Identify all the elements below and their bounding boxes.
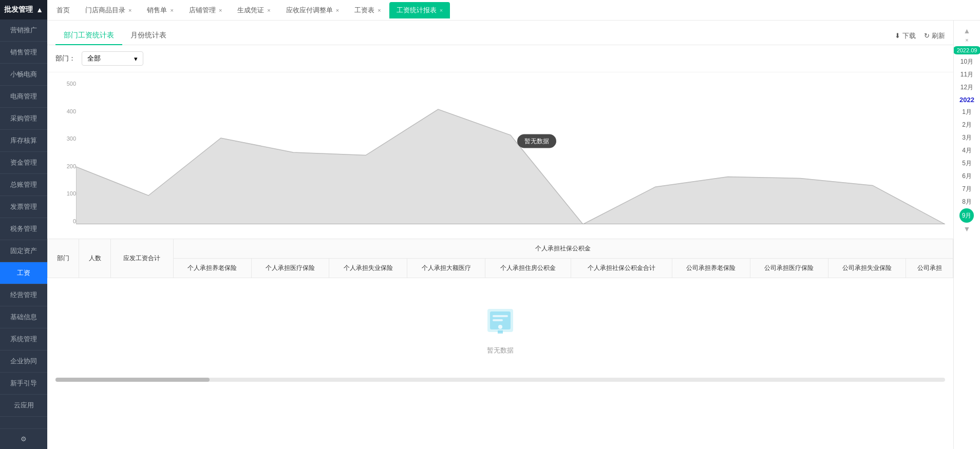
- scroll-thumb[interactable]: [55, 378, 210, 382]
- table-group-header: 个人承担社保公积金: [173, 239, 953, 259]
- sidebar-item-经营管理[interactable]: 经营管理: [0, 284, 47, 306]
- tab-label: 生成凭证: [237, 6, 264, 15]
- tab-close-icon[interactable]: ×: [440, 7, 443, 13]
- timeline-item-6月[interactable]: 6月: [959, 170, 974, 183]
- tab-label: 首页: [56, 6, 70, 15]
- timeline-item-8月[interactable]: 8月: [959, 196, 974, 208]
- y-axis-label: 100: [67, 190, 76, 197]
- table-sub-header: 公司承担养老保险: [672, 259, 750, 278]
- tab-close-icon[interactable]: ×: [267, 7, 270, 13]
- sidebar-item-库存核算[interactable]: 库存核算: [0, 130, 47, 152]
- y-axis-label: 300: [67, 135, 76, 142]
- table-scroll[interactable]: 部门人数应发工资合计个人承担社保公积金个人承担养老保险个人承担医疗保险个人承担失…: [47, 239, 953, 278]
- timeline-item-2022[interactable]: 2022: [959, 94, 974, 106]
- download-button[interactable]: ⬇ 下载: [895, 31, 916, 41]
- sub-tabs: 部门工资统计表月份统计表 ⬇ 下载 ↻ 刷新: [47, 21, 953, 45]
- sidebar-item-小畅电商[interactable]: 小畅电商: [0, 64, 47, 86]
- settings-icon: ⚙: [21, 435, 27, 443]
- timeline-item-5月[interactable]: 5月: [959, 157, 974, 170]
- sidebar-header[interactable]: 批发管理 ▲: [0, 0, 47, 19]
- tab-工资统计报表[interactable]: 工资统计报表×: [389, 2, 450, 18]
- sidebar-item-工资[interactable]: 工资: [0, 262, 47, 284]
- table-wrapper[interactable]: 部门人数应发工资合计个人承担社保公积金个人承担养老保险个人承担医疗保险个人承担失…: [47, 239, 953, 449]
- sub-tab-部门工资统计表[interactable]: 部门工资统计表: [55, 27, 122, 45]
- toolbar-right: ⬇ 下载 ↻ 刷新: [895, 31, 945, 41]
- sidebar-item-采购管理[interactable]: 采购管理: [0, 108, 47, 130]
- table-sub-header: 个人承担失业保险: [329, 259, 407, 278]
- sidebar-item-营销推广[interactable]: 营销推广: [0, 19, 47, 42]
- download-icon: ⬇: [895, 32, 900, 40]
- svg-rect-3: [493, 315, 508, 317]
- tab-close-icon[interactable]: ×: [170, 7, 173, 13]
- sidebar-item-电商管理[interactable]: 电商管理: [0, 86, 47, 108]
- empty-text: 暂无数据: [487, 346, 514, 355]
- tab-close-icon[interactable]: ×: [378, 7, 381, 13]
- sidebar-title: 批发管理: [4, 5, 33, 14]
- sidebar-footer-settings[interactable]: ⚙: [0, 428, 47, 449]
- empty-icon: [480, 299, 521, 340]
- timeline-up-nav[interactable]: ▲: [962, 25, 973, 37]
- tab-label: 工资统计报表: [397, 6, 437, 15]
- timeline-item-7月[interactable]: 7月: [959, 183, 974, 196]
- table-sub-header: 公司承担失业保险: [828, 259, 906, 278]
- sidebar-item-新手引导[interactable]: 新手引导: [0, 373, 47, 395]
- sidebar-item-基础信息[interactable]: 基础信息: [0, 306, 47, 328]
- tab-label: 店铺管理: [189, 6, 216, 15]
- table-header-应发工资合计: 应发工资合计: [110, 239, 173, 278]
- tab-close-icon[interactable]: ×: [336, 7, 339, 13]
- tab-生成凭证[interactable]: 生成凭证×: [230, 2, 277, 18]
- sidebar-item-系统管理[interactable]: 系统管理: [0, 328, 47, 350]
- timeline-close[interactable]: ×: [965, 37, 968, 43]
- timeline-down-nav[interactable]: ▼: [962, 223, 973, 235]
- timeline-item-11月[interactable]: 11月: [959, 68, 974, 81]
- sidebar-item-资金管理[interactable]: 资金管理: [0, 152, 47, 174]
- tab-应收应付调整单[interactable]: 应收应付调整单×: [279, 2, 346, 18]
- tab-bar: 首页门店商品目录×销售单×店铺管理×生成凭证×应收应付调整单×工资表×工资统计报…: [47, 0, 980, 21]
- table-header-人数: 人数: [79, 239, 110, 278]
- sidebar-item-总账管理[interactable]: 总账管理: [0, 174, 47, 196]
- timeline-item-10月[interactable]: 10月: [959, 55, 974, 68]
- tab-label: 应收应付调整单: [286, 6, 333, 15]
- tab-close-icon[interactable]: ×: [128, 7, 131, 13]
- sidebar-item-云应用[interactable]: 云应用: [0, 395, 47, 417]
- sidebar-item-税务管理[interactable]: 税务管理: [0, 218, 47, 240]
- tab-门店商品目录[interactable]: 门店商品目录×: [78, 2, 139, 18]
- empty-state: 暂无数据: [47, 278, 953, 376]
- no-data-tooltip: 暂无数据: [517, 134, 556, 148]
- refresh-icon: ↻: [924, 32, 930, 40]
- y-axis-label: 400: [67, 108, 76, 114]
- timeline-item-9月[interactable]: 9月: [959, 208, 974, 223]
- sub-tab-月份统计表[interactable]: 月份统计表: [122, 27, 175, 45]
- toolbar: 部门： 全部 ▾: [47, 45, 953, 72]
- tab-close-icon[interactable]: ×: [219, 7, 222, 13]
- timeline-item-2月[interactable]: 2月: [959, 119, 974, 131]
- timeline-item-4月[interactable]: 4月: [959, 144, 974, 157]
- table-sub-header: 个人承担大额医疗: [407, 259, 485, 278]
- timeline-active-date[interactable]: 2022.09: [953, 46, 980, 54]
- dept-select[interactable]: 全部 ▾: [82, 51, 143, 66]
- table-sub-header: 公司承担: [906, 259, 953, 278]
- scroll-track[interactable]: [55, 378, 945, 382]
- table-header-部门: 部门: [48, 239, 79, 278]
- sidebar-item-销售管理[interactable]: 销售管理: [0, 42, 47, 64]
- tab-label: 销售单: [147, 6, 167, 15]
- timeline-item-3月[interactable]: 3月: [959, 131, 974, 144]
- sidebar-item-固定资产[interactable]: 固定资产: [0, 240, 47, 262]
- timeline-panel: ▲ × 2022.09 10月11月12月20221月2月3月4月5月6月7月8…: [953, 21, 980, 449]
- tab-label: 工资表: [354, 6, 374, 15]
- tab-店铺管理[interactable]: 店铺管理×: [182, 2, 229, 18]
- timeline-item-1月[interactable]: 1月: [959, 106, 974, 119]
- timeline-item-12月[interactable]: 12月: [959, 81, 974, 94]
- table-sub-header: 个人承担养老保险: [173, 259, 251, 278]
- sidebar: 批发管理 ▲ 营销推广销售管理小畅电商电商管理采购管理库存核算资金管理总账管理发…: [0, 0, 47, 449]
- tab-销售单[interactable]: 销售单×: [140, 2, 180, 18]
- page-content: 部门工资统计表月份统计表 ⬇ 下载 ↻ 刷新 部门： 全部 ▾: [47, 21, 953, 449]
- sidebar-item-企业协同[interactable]: 企业协同: [0, 350, 47, 373]
- tab-工资表[interactable]: 工资表×: [347, 2, 388, 18]
- sidebar-collapse-icon[interactable]: ▲: [36, 6, 43, 14]
- refresh-button[interactable]: ↻ 刷新: [924, 31, 945, 41]
- sidebar-item-发票管理[interactable]: 发票管理: [0, 196, 47, 218]
- tab-首页[interactable]: 首页: [49, 2, 77, 18]
- content-area: 部门工资统计表月份统计表 ⬇ 下载 ↻ 刷新 部门： 全部 ▾: [47, 21, 980, 449]
- timeline-items-container: 10月11月12月20221月2月3月4月5月6月7月8月9月: [959, 55, 974, 223]
